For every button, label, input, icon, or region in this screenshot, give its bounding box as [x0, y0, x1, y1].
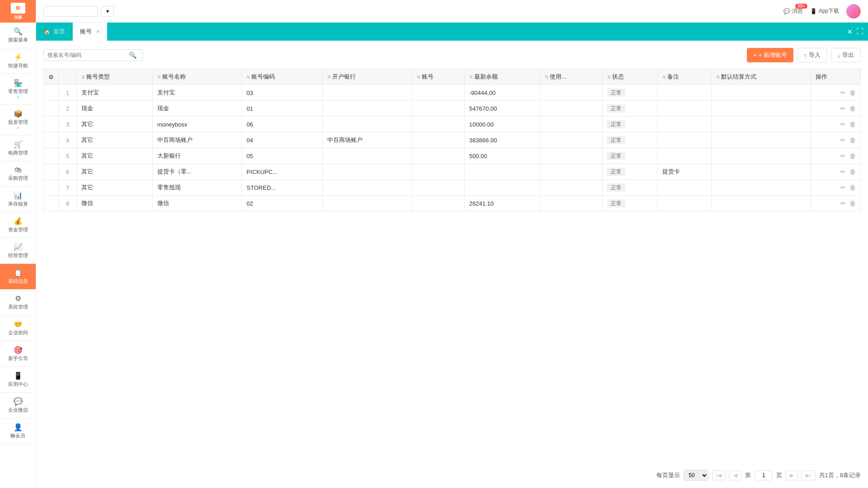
delete-icon[interactable]: 🗑 — [849, 105, 856, 112]
row-usage — [540, 180, 602, 196]
delete-icon[interactable]: 🗑 — [849, 152, 856, 160]
search-input[interactable] — [47, 52, 129, 58]
toolbar-buttons: + + 新增账号 ↑ 导入 ↓ 导出 — [747, 48, 861, 62]
th-remark[interactable]: ⇅备注 — [657, 69, 712, 85]
page-size-select[interactable]: 50 20 100 — [684, 470, 708, 481]
sidebar-item-search-menu[interactable]: 🔍 搜索菜单 — [0, 23, 36, 48]
inventory-icon: 📊 — [14, 191, 23, 200]
delete-icon[interactable]: 🗑 — [849, 89, 856, 96]
logo-icon: 鲸 — [11, 3, 25, 14]
finance-icon: 💰 — [14, 217, 23, 225]
sidebar-item-wholesale-mgmt[interactable]: 📦 批发管理 ▾ — [0, 105, 36, 136]
delete-icon[interactable]: 🗑 — [849, 200, 856, 207]
ecommerce-icon: 🛒 — [14, 140, 23, 149]
tab-account[interactable]: 账号 × — [73, 23, 107, 41]
row-account-code: PICKUPC... — [242, 164, 323, 180]
th-account-name[interactable]: ⇅账号名称 — [152, 69, 242, 85]
action-buttons: ✏ 🗑 — [816, 184, 856, 191]
row-default-settlement — [712, 148, 811, 164]
th-account-no[interactable]: ⇅账号 — [412, 69, 464, 85]
th-status[interactable]: ⇅状态 — [602, 69, 657, 85]
edit-icon[interactable]: ✏ — [840, 152, 846, 160]
row-account-type: 其它 — [77, 180, 153, 196]
sidebar-item-inventory[interactable]: 📊 库存核算 — [0, 187, 36, 212]
sidebar-item-label: 批发管理 — [8, 119, 28, 126]
row-index: 4 — [59, 132, 77, 148]
row-account-code: 03 — [242, 85, 323, 101]
sidebar-item-retail-mgmt[interactable]: 🏪 零售管理 ▾ — [0, 74, 36, 105]
import-button[interactable]: ↑ 导入 — [797, 48, 827, 62]
row-gear-cell — [44, 148, 59, 164]
sidebar-item-basic-info[interactable]: 📋 基础信息 — [0, 264, 36, 290]
row-latest-balance: 547670.00 — [464, 101, 540, 117]
delete-icon[interactable]: 🗑 — [849, 121, 856, 128]
table-container: ⚙ ⇅账号类型 ⇅账号名称 ⇅账号编码 ⇅开户银行 ⇅账号 ⇅最新余额 ⇅使用.… — [43, 69, 861, 465]
th-gear[interactable]: ⚙ — [44, 69, 59, 85]
status-badge: 正常 — [607, 168, 625, 176]
edit-icon[interactable]: ✏ — [840, 168, 846, 175]
row-status: 正常 — [602, 196, 657, 211]
content-area: 🔍 + + 新增账号 ↑ 导入 ↓ 导出 — [36, 41, 868, 488]
row-action-cell: ✏ 🗑 — [811, 85, 861, 101]
row-default-settlement — [712, 85, 811, 101]
message-badge: 99+ — [795, 4, 807, 9]
page-last-btn[interactable]: ▶| — [802, 470, 815, 480]
sidebar-item-member[interactable]: 👤 畅会员 — [0, 418, 36, 444]
basic-info-icon: 📋 — [14, 268, 23, 277]
page-size-label: 每页显示 — [656, 471, 680, 479]
delete-icon[interactable]: 🗑 — [849, 184, 856, 191]
message-button[interactable]: 💬 消息 99+ — [783, 7, 803, 15]
th-latest-balance[interactable]: ⇅最新余额 — [464, 69, 540, 85]
row-account-type: 其它 — [77, 117, 153, 132]
sidebar-item-app-center[interactable]: 📱 应用中心 — [0, 367, 36, 393]
row-remark — [657, 85, 712, 101]
page-next-btn[interactable]: ▶ — [786, 470, 798, 480]
tab-close-all-icon[interactable]: ✕ — [847, 28, 853, 36]
tab-account-close[interactable]: × — [96, 28, 99, 35]
row-gear-cell — [44, 196, 59, 211]
edit-icon[interactable]: ✏ — [840, 89, 846, 96]
th-default-settlement[interactable]: ⇅默认结算方式 — [712, 69, 811, 85]
th-account-code[interactable]: ⇅账号编码 — [242, 69, 323, 85]
row-bank — [323, 148, 412, 164]
table-row: 3 其它 moneybosx 06 10000.00 正常 ✏ 🗑 — [44, 117, 861, 132]
delete-icon[interactable]: 🗑 — [849, 168, 856, 175]
row-account-code: 01 — [242, 101, 323, 117]
operations-icon: 📈 — [14, 243, 23, 251]
add-account-button[interactable]: + + 新增账号 — [747, 48, 793, 62]
row-status: 正常 — [602, 132, 657, 148]
sidebar-item-quick-nav[interactable]: ⚡ 快捷导航 — [0, 48, 36, 74]
sidebar-item-enterprise-wechat[interactable]: 💬 企业微信 — [0, 393, 36, 418]
page-prev-btn[interactable]: ◀ — [729, 470, 741, 480]
edit-icon[interactable]: ✏ — [840, 105, 846, 112]
sidebar-item-ecommerce-mgmt[interactable]: 🛒 电商管理 — [0, 136, 36, 161]
avatar[interactable] — [846, 4, 861, 19]
th-usage[interactable]: ⇅使用... — [540, 69, 602, 85]
sidebar-item-system-mgmt[interactable]: ⚙ 系统管理 — [0, 290, 36, 315]
top-search-input[interactable] — [43, 6, 98, 17]
retail-mgmt-icon: 🏪 — [14, 79, 23, 87]
sidebar-item-purchase-mgmt[interactable]: 🛍 采购管理 — [0, 161, 36, 187]
edit-icon[interactable]: ✏ — [840, 200, 846, 207]
tab-home[interactable]: 🏠 首页 — [36, 23, 73, 41]
delete-icon[interactable]: 🗑 — [849, 136, 856, 144]
edit-icon[interactable]: ✏ — [840, 184, 846, 191]
dropdown-button[interactable]: ▾ — [101, 6, 114, 17]
tab-expand-icon[interactable]: ⛶ — [856, 28, 863, 36]
edit-icon[interactable]: ✏ — [840, 136, 846, 144]
row-index: 7 — [59, 180, 77, 196]
page-first-btn[interactable]: |◀ — [712, 470, 726, 480]
th-account-type[interactable]: ⇅账号类型 — [77, 69, 153, 85]
page-input[interactable] — [755, 470, 773, 480]
row-usage — [540, 85, 602, 101]
row-account-name: 中百商场账户 — [152, 132, 242, 148]
th-bank[interactable]: ⇅开户银行 — [323, 69, 412, 85]
export-button[interactable]: ↓ 导出 — [831, 48, 861, 62]
sidebar-item-finance-mgmt[interactable]: 💰 资金管理 — [0, 212, 36, 238]
edit-icon[interactable]: ✏ — [840, 121, 846, 128]
app-download-button[interactable]: 📱 App下载 — [810, 7, 839, 15]
sidebar-item-beginner-guide[interactable]: 🎯 新手引导 — [0, 341, 36, 367]
row-latest-balance: 383866.00 — [464, 132, 540, 148]
sidebar-item-operations-mgmt[interactable]: 📈 经营管理 — [0, 238, 36, 264]
sidebar-item-enterprise-agreement[interactable]: 🤝 企业协同 — [0, 315, 36, 341]
